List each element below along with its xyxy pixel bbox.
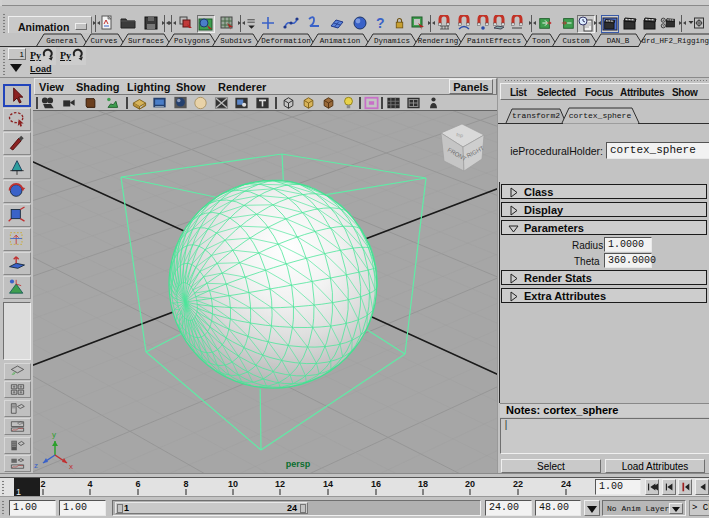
svg-text:Dynamics: Dynamics (374, 37, 410, 45)
svg-text:Custom: Custom (562, 37, 590, 45)
svg-text:DAN_B: DAN_B (607, 37, 630, 45)
svg-text:22: 22 (513, 479, 523, 489)
svg-text:Surfaces: Surfaces (128, 37, 164, 45)
svg-text:Toon: Toon (532, 37, 550, 45)
svg-text:14: 14 (323, 479, 333, 489)
svg-text:z: z (34, 461, 38, 470)
svg-text:x: x (69, 462, 73, 471)
svg-text:y: y (52, 430, 56, 439)
svg-text:PaintEffects: PaintEffects (467, 37, 521, 45)
svg-text:?: ? (376, 15, 385, 31)
svg-text:Curves: Curves (90, 37, 117, 45)
svg-text:20: 20 (465, 479, 475, 489)
svg-text:transform2: transform2 (512, 111, 560, 120)
svg-text:Animation: Animation (320, 37, 361, 45)
svg-text:General: General (46, 37, 78, 45)
svg-text:4: 4 (87, 479, 92, 489)
svg-text:6: 6 (135, 479, 140, 489)
svg-text:cortex_sphere: cortex_sphere (569, 111, 632, 120)
svg-text:Py: Py (60, 50, 71, 61)
svg-text:persp: persp (286, 459, 311, 469)
svg-text:8: 8 (183, 479, 188, 489)
svg-text:Polygons: Polygons (174, 37, 210, 45)
svg-text:Py: Py (30, 50, 41, 61)
svg-text:Deformation: Deformation (261, 37, 311, 45)
svg-text:18: 18 (418, 479, 428, 489)
svg-text:16: 16 (371, 479, 381, 489)
svg-text:12: 12 (275, 479, 285, 489)
svg-text:24: 24 (561, 479, 571, 489)
svg-text:10: 10 (228, 479, 238, 489)
svg-text:Rendering: Rendering (418, 37, 459, 45)
svg-text:Subdivs: Subdivs (220, 37, 252, 45)
svg-text:drd_HF2_RiggingToo: drd_HF2_RiggingToo (641, 37, 709, 45)
svg-text:2: 2 (40, 479, 45, 489)
